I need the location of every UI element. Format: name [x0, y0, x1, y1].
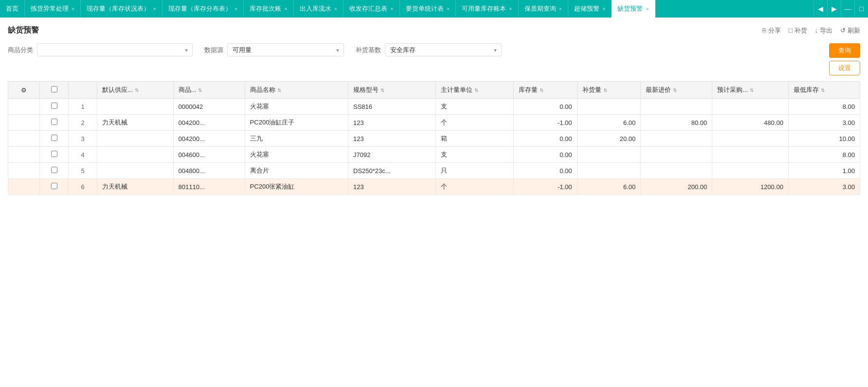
category-select[interactable]	[37, 43, 193, 56]
th-name[interactable]: 商品名称 ⇅	[245, 82, 348, 99]
tab-home[interactable]: 首页	[0, 0, 25, 18]
tab-abnormal[interactable]: 拣货异常处理 ×	[25, 0, 81, 18]
cell-check-1[interactable]	[40, 115, 69, 131]
filter-category: 商品分类	[8, 43, 193, 56]
cell-latest-price-4	[641, 163, 712, 179]
cell-replenish-0	[577, 99, 641, 115]
share-button[interactable]: ⎘ 分享	[762, 26, 781, 35]
cell-replenish-3	[577, 147, 641, 163]
tab-available-ledger[interactable]: 可用量库存账本 ×	[456, 0, 518, 18]
cell-forecast-2	[712, 131, 789, 147]
cell-stock-0: 0.00	[513, 99, 577, 115]
tab-maximize-button[interactable]: □	[854, 0, 868, 18]
cell-code-2: 004200...	[173, 131, 245, 147]
tab-prev-button[interactable]: ◀	[814, 0, 827, 18]
tab-minimize-button[interactable]: —	[841, 0, 854, 18]
replenish-button[interactable]: □ 补货	[789, 26, 807, 35]
table-row: 6 力天机械 801110... PC200张紧油缸 123 个 -1.00 6…	[8, 179, 860, 195]
th-supplier[interactable]: 默认供应... ⇅	[97, 82, 173, 99]
cell-latest-price-2	[641, 131, 712, 147]
cell-replenish-4	[577, 163, 641, 179]
th-stock[interactable]: 库存量 ⇅	[513, 82, 577, 99]
tab-close-flow[interactable]: ×	[334, 6, 337, 12]
replenish-base-label: 补货基数	[356, 46, 381, 54]
cell-name-2: 三九	[245, 131, 348, 147]
cell-code-4: 004800...	[173, 163, 245, 179]
tab-close-batch[interactable]: ×	[284, 6, 287, 12]
tab-close-order[interactable]: ×	[447, 6, 450, 12]
tab-stock-status[interactable]: 现存量（库存状况表） ×	[81, 0, 162, 18]
cell-check-5[interactable]	[40, 179, 69, 195]
cell-num-1: 2	[69, 115, 97, 131]
th-gear[interactable]: ⚙	[8, 82, 40, 99]
cell-forecast-3	[712, 147, 789, 163]
datasource-select[interactable]: 可用量 库存量	[227, 43, 344, 56]
row-checkbox-3[interactable]	[51, 151, 57, 157]
tab-in-out-flow[interactable]: 出入库流水 ×	[294, 0, 344, 18]
select-all-checkbox[interactable]	[51, 86, 57, 92]
cell-spec-2: 123	[348, 131, 436, 147]
sort-icon-supplier: ⇅	[135, 88, 139, 93]
th-min-stock[interactable]: 最低库存 ⇅	[788, 82, 860, 99]
cell-name-1: PC200油缸庄子	[245, 115, 348, 131]
cell-check-2[interactable]	[40, 131, 69, 147]
cell-check-4[interactable]	[40, 163, 69, 179]
row-checkbox-5[interactable]	[51, 183, 57, 189]
row-checkbox-1[interactable]	[51, 119, 57, 125]
query-button[interactable]: 查询	[829, 43, 860, 58]
cell-num-4: 5	[69, 163, 97, 179]
tab-order-stats[interactable]: 要货单统计表 ×	[400, 0, 456, 18]
row-checkbox-4[interactable]	[51, 167, 57, 173]
tab-close-expiry[interactable]: ×	[559, 6, 562, 12]
tab-close-overstock[interactable]: ×	[602, 6, 605, 12]
cell-supplier-2	[97, 131, 173, 147]
tab-close-receipt[interactable]: ×	[390, 6, 393, 12]
tab-expiry-query[interactable]: 保质期查询 ×	[519, 0, 568, 18]
cell-code-0: 0000042	[173, 99, 245, 115]
tab-overstock[interactable]: 超储预警 ×	[568, 0, 612, 18]
datasource-label: 数据源	[204, 46, 223, 54]
cell-num-3: 4	[69, 147, 97, 163]
replenish-base-select[interactable]: 安全库存 最低库存	[385, 43, 502, 56]
th-replenish[interactable]: 补货量 ⇅	[577, 82, 641, 99]
filter-actions: 查询 设置	[829, 43, 860, 75]
export-button[interactable]: ↓ 导出	[815, 26, 833, 35]
th-spec[interactable]: 规格型号 ⇅	[348, 82, 436, 99]
sort-icon-latest-price: ⇅	[673, 88, 677, 93]
filter-datasource: 数据源 可用量 库存量	[204, 43, 344, 56]
tab-receipt-summary[interactable]: 收发存汇总表 ×	[344, 0, 399, 18]
tab-batch-account[interactable]: 库存批次账 ×	[244, 0, 293, 18]
cell-gear-2	[8, 131, 40, 147]
export-icon: ↓	[815, 27, 818, 34]
th-code[interactable]: 商品... ⇅	[173, 82, 245, 99]
row-checkbox-0[interactable]	[51, 103, 57, 109]
cell-unit-5: 个	[435, 179, 513, 195]
tab-close-stock-dist[interactable]: ×	[235, 6, 237, 12]
cell-name-5: PC200张紧油缸	[245, 179, 348, 195]
page-content: 缺货预警 ⎘ 分享 □ 补货 ↓ 导出 ↺ 刷新 商品分类	[0, 18, 868, 387]
cell-gear-4	[8, 163, 40, 179]
tab-close-stock-status[interactable]: ×	[153, 6, 156, 12]
tab-close-ledger[interactable]: ×	[509, 6, 512, 12]
cell-check-0[interactable]	[40, 99, 69, 115]
cell-min-stock-4: 1.00	[788, 163, 860, 179]
tab-next-button[interactable]: ▶	[827, 0, 841, 18]
replenish-base-select-wrap: 安全库存 最低库存	[385, 43, 502, 56]
th-forecast-purchase[interactable]: 预计采购... ⇅	[712, 82, 789, 99]
cell-check-3[interactable]	[40, 147, 69, 163]
th-latest-price[interactable]: 最新进价 ⇅	[641, 82, 712, 99]
settings-button[interactable]: 设置	[829, 61, 860, 75]
tab-shortage[interactable]: 缺货预警 ×	[612, 0, 655, 18]
cell-forecast-1: 480.00	[712, 115, 789, 131]
cell-spec-1: 123	[348, 115, 436, 131]
tab-close-abnormal[interactable]: ×	[72, 6, 74, 12]
row-checkbox-2[interactable]	[51, 135, 57, 141]
refresh-button[interactable]: ↺ 刷新	[840, 26, 860, 35]
th-unit[interactable]: 主计量单位 ⇅	[435, 82, 513, 99]
table-header: ⚙ 默认供应... ⇅ 商品... ⇅	[8, 82, 860, 99]
tab-stock-dist[interactable]: 现存量（库存分布表） ×	[163, 0, 244, 18]
cell-spec-5: 123	[348, 179, 436, 195]
cell-latest-price-0	[641, 99, 712, 115]
tab-close-shortage[interactable]: ×	[646, 6, 649, 12]
cell-name-0: 火花塞	[245, 99, 348, 115]
